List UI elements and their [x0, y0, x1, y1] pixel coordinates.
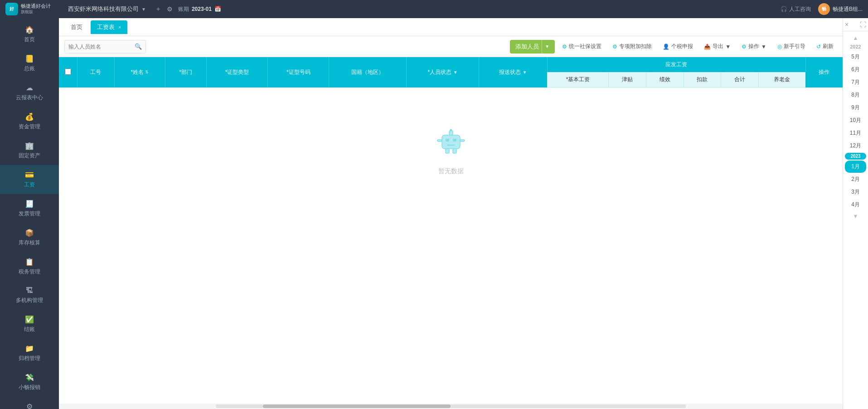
sidebar-item-expense[interactable]: 💸 小畅报销: [0, 368, 59, 397]
table-container[interactable]: 工号 *姓名 ⇅ *部门 *证型类型 *证型号码 国籍（地区） *人员状态: [59, 57, 843, 404]
th-deduction: 扣款: [684, 72, 721, 88]
scroll-down-btn[interactable]: ▼: [843, 211, 868, 221]
month-item-2023-01[interactable]: 1月: [845, 161, 866, 173]
panel-close-button[interactable]: ×: [845, 21, 849, 28]
scroll-up-btn[interactable]: ▲: [843, 33, 868, 43]
sidebar-item-ledger[interactable]: 📒 总账: [0, 49, 59, 78]
sidebar-item-fixed-asset[interactable]: 🏢 固定资产: [0, 136, 59, 165]
th-payroll-group: 应发工资: [547, 57, 805, 72]
th-operations: 操作: [805, 57, 843, 88]
right-panel: × ⛶ ▲ 2022 5月 6月 7月 8月 9月 10月 11月 12月 20…: [843, 18, 868, 409]
svg-rect-9: [453, 149, 456, 153]
sidebar-item-inventory[interactable]: 📦 库存核算: [0, 223, 59, 252]
th-emp-status: *人员状态 ▼: [407, 57, 479, 88]
svg-rect-7: [460, 140, 465, 141]
sidebar-item-label: 归档管理: [19, 355, 40, 362]
sidebar-item-label: 多机构管理: [16, 297, 43, 304]
th-nationality: 国籍（地区）: [329, 57, 407, 88]
sidebar-item-tax[interactable]: 📋 税务管理: [0, 252, 59, 281]
cloud-icon: ☁: [26, 83, 33, 92]
select-all-checkbox[interactable]: [65, 68, 71, 75]
app-logo-icon: 好: [5, 3, 18, 15]
table-header-row1: 工号 *姓名 ⇅ *部门 *证型类型 *证型号码 国籍（地区） *人员状态: [59, 57, 843, 72]
tab-payroll-close[interactable]: ×: [118, 24, 121, 30]
settle-icon: ✅: [25, 315, 34, 324]
guide-btn[interactable]: ◎ 新手引导: [774, 41, 809, 52]
guide-icon: ◎: [777, 44, 782, 50]
fixed-asset-icon: 🏢: [25, 141, 34, 150]
sidebar-item-settle[interactable]: ✅ 结账: [0, 310, 59, 339]
company-dropdown-arrow: ▼: [141, 7, 146, 12]
sidebar-item-label: 工资: [24, 181, 35, 189]
calendar-icon[interactable]: 📅: [214, 6, 221, 12]
top-header: 好 畅捷通好会计 旗舰版 西安虾米网络科技有限公司 ▼ ＋ ⚙ 账期 2023-…: [0, 0, 868, 18]
personal-tax-btn[interactable]: 👤 个税申报: [659, 41, 697, 52]
month-item-2022-06[interactable]: 6月: [845, 63, 866, 76]
gear-icon: ⚙: [167, 5, 173, 13]
th-name-label: *姓名: [131, 68, 144, 76]
sidebar-item-settings[interactable]: ⚙ 基础设置: [0, 397, 59, 409]
add-person-button[interactable]: 添加人员 ▼: [510, 40, 555, 54]
sort-name[interactable]: *姓名 ⇅: [131, 68, 149, 76]
month-item-2023-04[interactable]: 4月: [845, 199, 866, 211]
h-scrollbar-track[interactable]: [216, 404, 686, 408]
right-header-area: 🎧 人工咨询 畅 畅捷通B组...: [781, 3, 863, 15]
tab-payroll[interactable]: 工资表 ×: [91, 20, 127, 34]
svg-rect-1: [446, 139, 449, 141]
special-deduct-btn[interactable]: ⚙ 专项附加扣除: [609, 41, 655, 52]
month-item-2022-05[interactable]: 5月: [845, 51, 866, 63]
th-dept: *部门: [165, 57, 206, 88]
social-security-btn[interactable]: ⚙ 统一社保设置: [558, 41, 605, 52]
add-person-dropdown-arrow[interactable]: ▼: [542, 40, 549, 54]
empty-state: 暂无数据: [59, 88, 843, 212]
sidebar-item-invoice[interactable]: 🧾 发票管理: [0, 194, 59, 223]
special-deduct-label: 专项附加扣除: [619, 43, 652, 50]
th-allowance: 津贴: [609, 72, 646, 88]
logo-area: 好 畅捷通好会计 旗舰版: [5, 3, 64, 15]
h-scrollbar-thumb[interactable]: [263, 404, 451, 408]
settings-btn[interactable]: ⚙: [167, 5, 173, 13]
tabs-bar: 首页 工资表 ×: [59, 18, 843, 36]
export-btn[interactable]: 📤 导出 ▼: [700, 41, 734, 52]
sidebar-item-archive[interactable]: 📁 归档管理: [0, 339, 59, 368]
sidebar-item-multi-org[interactable]: 🏗 多机构管理: [0, 281, 59, 310]
tab-home[interactable]: 首页: [64, 20, 89, 34]
add-company-btn[interactable]: ＋: [155, 5, 161, 13]
sidebar-item-payroll[interactable]: 💳 工资: [0, 165, 59, 194]
sidebar-item-home[interactable]: 🏠 首页: [0, 20, 59, 49]
sidebar-item-label: 总账: [24, 65, 35, 73]
settings-icon: ⚙: [26, 402, 33, 409]
th-name[interactable]: *姓名 ⇅: [115, 57, 165, 88]
search-icon[interactable]: 🔍: [135, 43, 142, 50]
month-item-2023-02[interactable]: 2月: [845, 173, 866, 185]
company-selector[interactable]: 西安虾米网络科技有限公司 ▼: [64, 3, 150, 15]
sidebar-item-cloud-report[interactable]: ☁ 云报表中心: [0, 78, 59, 107]
service-btn[interactable]: 🎧 人工咨询: [781, 5, 811, 13]
month-item-2022-08[interactable]: 8月: [845, 89, 866, 101]
empty-state-row: 暂无数据: [59, 88, 843, 212]
plus-icon: ＋: [155, 5, 161, 13]
personal-tax-icon: 👤: [663, 44, 669, 50]
refresh-icon: ↺: [816, 44, 821, 50]
payroll-icon: 💳: [25, 170, 34, 179]
month-item-2022-12[interactable]: 12月: [845, 140, 866, 152]
fund-icon: 💰: [25, 112, 34, 121]
panel-expand-button[interactable]: ⛶: [860, 21, 866, 28]
add-person-label: 添加人员: [515, 43, 539, 51]
refresh-btn[interactable]: ↺ 刷新: [813, 41, 837, 52]
month-item-2023-03[interactable]: 3月: [845, 186, 866, 198]
search-input[interactable]: [68, 44, 132, 50]
export-icon: 📤: [704, 44, 711, 50]
content-area: 首页 工资表 × 🔍 添加人员 ▼ ⚙ 统一社保设置 ⚙: [59, 18, 843, 409]
emp-status-filter-icon[interactable]: ▼: [453, 70, 458, 75]
month-item-2022-10[interactable]: 10月: [845, 114, 866, 127]
month-item-2022-07[interactable]: 7月: [845, 76, 866, 88]
sidebar-item-label: 发票管理: [19, 210, 40, 218]
prev-year-header: 2022: [843, 43, 868, 50]
sidebar-item-fund[interactable]: 💰 资金管理: [0, 107, 59, 136]
report-status-filter-icon[interactable]: ▼: [523, 70, 527, 75]
operations-btn[interactable]: ⚙ 操作 ▼: [738, 41, 770, 52]
month-item-2022-09[interactable]: 9月: [845, 102, 866, 114]
month-item-2022-11[interactable]: 11月: [845, 127, 866, 139]
user-avatar-area[interactable]: 畅 畅捷通B组...: [818, 3, 863, 15]
